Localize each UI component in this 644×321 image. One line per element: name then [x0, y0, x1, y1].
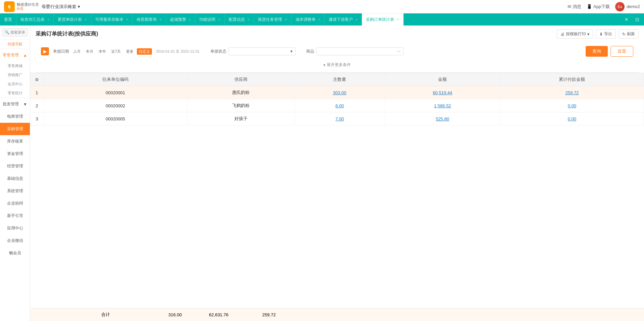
date-btn-7days[interactable]: 近7天	[109, 48, 123, 55]
setting-button[interactable]: 设置	[610, 46, 633, 57]
expand-more-button[interactable]: ▾ 展开更多条件	[41, 60, 633, 70]
app-download-link[interactable]: 📱 App下载	[587, 4, 610, 10]
export-icon: ⬇	[599, 32, 603, 37]
tab-功能说明[interactable]: 功能说明 ×	[195, 13, 224, 25]
cell-qty[interactable]: 7.00	[294, 112, 385, 125]
sidebar-item-电商管理[interactable]: 电商管理	[0, 110, 30, 123]
sidebar-item-资金管理[interactable]: 资金管理	[0, 148, 30, 160]
sidebar-item-经营管理[interactable]: 经营管理	[0, 160, 30, 172]
print-icon: 🖨	[560, 32, 565, 37]
cell-qty[interactable]: 6.00	[294, 99, 385, 112]
col-supplier: 供应商	[187, 73, 294, 86]
tab-保质期查询[interactable]: 保质期查询 ×	[132, 13, 166, 25]
close-icon[interactable]: ×	[218, 17, 220, 21]
sidebar-item-新手引导[interactable]: 新手引导	[0, 210, 30, 222]
logo-text: 畅捷通好生意 标题	[17, 2, 39, 11]
sidebar-item-库存核算[interactable]: 库存核算	[0, 135, 30, 148]
date-btn-this-month[interactable]: 本月	[84, 48, 95, 55]
top-bar-left: 6 畅捷通好生意 标题 母婴行业演示账套 ▾	[4, 1, 80, 12]
tab-成本调整单[interactable]: 成本调整单 ×	[291, 13, 325, 25]
filter-collapse-button[interactable]: ▶	[41, 47, 49, 55]
close-icon[interactable]: ×	[318, 17, 320, 21]
close-icon[interactable]: ×	[159, 17, 161, 21]
sidebar-item-基础信息[interactable]: 基础信息	[0, 172, 30, 185]
export-button[interactable]: ⬇ 导出	[596, 30, 616, 39]
tab-配置信息[interactable]: 配置信息 ×	[225, 13, 254, 25]
close-icon[interactable]: ×	[126, 17, 128, 21]
close-icon[interactable]: ×	[285, 17, 287, 21]
tab-要货单统计表[interactable]: 要货单统计表 ×	[54, 13, 91, 25]
top-bar-right: ✉ 消息 📱 App下载 Ea demo2	[568, 2, 640, 11]
sidebar-item-零售统计[interactable]: 零售统计	[0, 89, 30, 98]
workspace-selector[interactable]: 母婴行业演示账套 ▾	[42, 4, 80, 10]
sidebar-item-企业协同[interactable]: 企业协同	[0, 197, 30, 210]
sidebar-item-畅会员[interactable]: 畅会员	[0, 247, 30, 259]
message-link[interactable]: ✉ 消息	[568, 4, 581, 10]
sidebar-item-系统管理[interactable]: 系统管理	[0, 185, 30, 197]
cell-paid[interactable]: 0.00	[500, 112, 644, 125]
date-label: 单据日期	[53, 49, 69, 54]
cell-paid[interactable]: 259.72	[500, 86, 644, 99]
cell-index: 1	[30, 86, 44, 99]
content-area: 采购订单统计表(按供应商) 🖨 按模板打印 ▾ ⬇ 导出 ↻ 刷新	[30, 25, 644, 321]
sidebar-item-零售管理[interactable]: 零售管理 ▲	[0, 49, 30, 61]
date-btn-more[interactable]: 更多	[124, 48, 136, 55]
sidebar-item-会员中心[interactable]: 会员中心	[0, 79, 30, 89]
tab-收发存汇总表[interactable]: 收发存汇总表 ×	[16, 13, 54, 25]
close-icon[interactable]: ×	[356, 17, 358, 21]
close-icon[interactable]: ×	[85, 17, 87, 21]
footer-qty: 316.00	[155, 312, 195, 317]
date-btn-last-month[interactable]: 上月	[71, 48, 83, 55]
tab-超储预警[interactable]: 超储预警 ×	[166, 13, 195, 25]
date-filter-group: 单据日期 上月 本月 本年 近7天 更多 自定义	[53, 48, 152, 55]
date-btn-this-year[interactable]: 本年	[97, 48, 108, 55]
date-range-display: 2016-01-01 至 2023-12-31	[156, 49, 200, 54]
date-range-group: 2016-01-01 至 2023-12-31	[156, 49, 200, 54]
more-icon[interactable]: ···	[397, 49, 400, 54]
cell-amount[interactable]: 1,586.52	[385, 99, 500, 112]
close-icon[interactable]: ×	[397, 17, 399, 21]
status-select[interactable]: ▾	[228, 47, 296, 55]
sidebar-item-批发管理[interactable]: 批发管理 ▼	[0, 98, 30, 110]
cell-amount[interactable]: 525.80	[385, 112, 500, 125]
status-label: 单据状态	[210, 49, 226, 54]
goods-input[interactable]: ···	[316, 47, 404, 55]
sidebar-item-企业微信[interactable]: 企业微信	[0, 234, 30, 247]
footer-label: 合计	[101, 312, 110, 317]
table-container: ⚙ 往来单位编码 供应商 主数量 金额 累计付款金额 1 00020001 惠氏…	[30, 73, 644, 308]
cell-qty[interactable]: 303.00	[294, 86, 385, 99]
sidebar-item-零售商城[interactable]: 零售商城	[0, 61, 30, 70]
sidebar-item-应用中心[interactable]: 应用中心	[0, 222, 30, 234]
sidebar-search-area: 🔍 搜索菜单	[0, 25, 30, 40]
print-button[interactable]: 🖨 按模板打印 ▾	[557, 30, 593, 39]
close-icon[interactable]: ×	[189, 17, 191, 21]
sidebar-item-采购管理[interactable]: 采购管理	[0, 123, 30, 135]
date-btn-custom[interactable]: 自定义	[137, 48, 152, 55]
close-icon[interactable]: ×	[248, 17, 250, 21]
expand-icon: ▾	[323, 63, 325, 67]
tab-拣货任务管理[interactable]: 拣货任务管理 ×	[254, 13, 291, 25]
table-header-row: ⚙ 往来单位编码 供应商 主数量 金额 累计付款金额	[30, 73, 644, 86]
col-settings[interactable]: ⚙	[30, 73, 44, 86]
search-menu-button[interactable]: 🔍 搜索菜单	[2, 28, 28, 37]
tab-home[interactable]: 首页	[0, 13, 16, 25]
cell-paid[interactable]: 0.00	[500, 99, 644, 112]
page-title: 采购订单统计表(按供应商)	[36, 31, 98, 38]
query-button[interactable]: 查询	[586, 46, 608, 57]
tab-邀请下游客户[interactable]: 邀请下游客户 ×	[325, 13, 362, 25]
sidebar-item-营销推广[interactable]: 营销推广	[0, 70, 30, 79]
chevron-icon: ▲	[23, 53, 27, 58]
col-code: 往来单位编码	[44, 73, 187, 86]
cell-amount[interactable]: 60,519.44	[385, 86, 500, 99]
close-icon[interactable]: ×	[47, 17, 49, 21]
table-row: 2 00020002 飞鹤奶粉 6.00 1,586.52 0.00	[30, 99, 644, 112]
status-filter-group: 单据状态 ▾	[210, 47, 296, 55]
quick-nav-button[interactable]: 快捷导航	[0, 40, 30, 49]
tab-采购订单统计表[interactable]: 采购订单统计表 ×	[362, 13, 403, 25]
refresh-button[interactable]: ↻ 刷新	[619, 30, 639, 39]
user-menu[interactable]: Ea demo2	[615, 2, 640, 11]
chevron-down-icon: ▾	[587, 32, 589, 37]
tab-可用量库存账本[interactable]: 可用量库存账本 ×	[91, 13, 132, 25]
close-window-btn[interactable]: ✕	[623, 16, 631, 23]
restore-window-btn[interactable]: ⊡	[633, 16, 641, 23]
